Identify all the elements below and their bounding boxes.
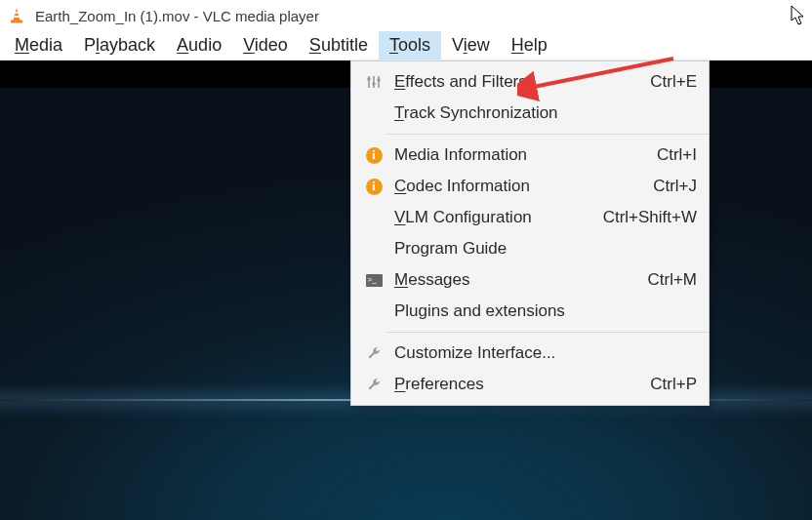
menu-item-label: Messages (385, 270, 635, 290)
menu-bar: MediaPlaybackAudioVideoSubtitleToolsView… (0, 31, 812, 60)
svg-marker-0 (14, 8, 20, 20)
menu-separator (386, 332, 709, 333)
window-title: Earth_Zoom_In (1).mov - VLC media player (35, 8, 319, 24)
tools-dropdown-menu: Effects and FiltersCtrl+ETrack Synchroni… (350, 60, 710, 406)
title-bar: Earth_Zoom_In (1).mov - VLC media player (0, 0, 812, 31)
svg-rect-2 (14, 16, 20, 18)
menu-item-label: Media Information (385, 145, 645, 165)
menu-item-messages[interactable]: MessagesCtrl+M (351, 264, 709, 296)
menu-media[interactable]: Media (4, 31, 73, 60)
menu-item-shortcut: Ctrl+I (645, 145, 697, 165)
menu-item-vlm-configuration[interactable]: VLM ConfigurationCtrl+Shift+W (351, 202, 709, 233)
svg-rect-3 (11, 20, 22, 23)
svg-point-7 (367, 77, 371, 81)
sliders-icon (363, 74, 385, 90)
menu-separator (386, 134, 709, 135)
menu-item-label: VLM Configuration (385, 208, 591, 227)
menu-item-preferences[interactable]: PreferencesCtrl+P (351, 369, 709, 400)
menu-playback[interactable]: Playback (73, 31, 166, 60)
wrench-icon (363, 377, 385, 392)
menu-item-track-synchronization[interactable]: Track Synchronization (351, 98, 709, 129)
menu-item-media-information[interactable]: iMedia InformationCtrl+I (351, 140, 709, 171)
menu-item-label: Track Synchronization (385, 103, 697, 123)
menu-item-effects-and-filters[interactable]: Effects and FiltersCtrl+E (351, 66, 709, 98)
menu-item-shortcut: Ctrl+J (641, 177, 697, 196)
info-icon: i (363, 179, 385, 195)
menu-video[interactable]: Video (232, 31, 299, 60)
menu-item-customize-interface[interactable]: Customize Interface... (351, 338, 709, 369)
menu-item-label: Program Guide (385, 239, 697, 259)
menu-item-label: Effects and Filters (385, 72, 638, 92)
wrench-icon (363, 345, 385, 361)
svg-rect-1 (15, 12, 19, 14)
menu-subtitle[interactable]: Subtitle (299, 31, 379, 60)
menu-item-codec-information[interactable]: iCodec InformationCtrl+J (351, 171, 709, 202)
menu-item-label: Codec Information (385, 177, 641, 196)
menu-item-shortcut: Ctrl+E (638, 72, 697, 92)
menu-audio[interactable]: Audio (166, 31, 232, 60)
menu-help[interactable]: Help (501, 31, 558, 60)
menu-item-label: Customize Interface... (385, 343, 697, 363)
messages-icon (363, 274, 385, 287)
vlc-cone-icon (8, 7, 25, 24)
menu-item-program-guide[interactable]: Program Guide (351, 233, 709, 264)
menu-item-shortcut: Ctrl+P (638, 375, 697, 394)
info-icon: i (363, 147, 385, 164)
menu-view[interactable]: View (441, 31, 501, 60)
menu-item-label: Plugins and extensions (385, 301, 697, 321)
menu-item-shortcut: Ctrl+Shift+W (591, 208, 697, 227)
svg-point-8 (372, 82, 376, 86)
menu-tools[interactable]: Tools (379, 31, 441, 60)
menu-item-label: Preferences (385, 375, 638, 394)
menu-item-shortcut: Ctrl+M (635, 270, 697, 290)
svg-point-9 (377, 78, 381, 82)
menu-item-plugins-and-extensions[interactable]: Plugins and extensions (351, 296, 709, 327)
